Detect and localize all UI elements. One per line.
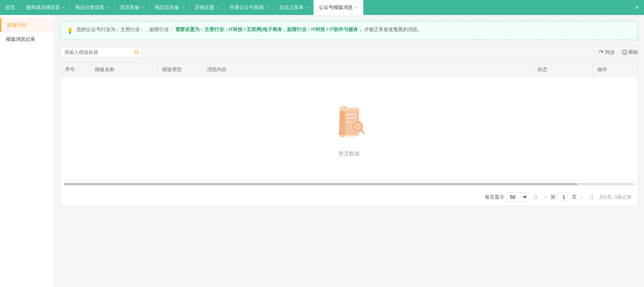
- nav-tab-micro-shop-label: 微商城店铺设置: [26, 4, 60, 11]
- sync-icon: [598, 50, 604, 55]
- page-input[interactable]: [556, 193, 571, 201]
- pagination-nav: ⟨⟨ ＜ 第 页 ＞ ⟩⟩: [531, 193, 596, 202]
- nav-tab-product-category[interactable]: 商品分类设置 ×: [70, 0, 114, 15]
- notice-suffix: 才能正常发送预置的消息。: [364, 27, 422, 32]
- empty-illustration: [327, 100, 372, 144]
- pagination: 每页显示 50 10 20 100 ⟨⟨ ＜ 第 页 ＞ ⟩⟩: [61, 188, 638, 205]
- empty-text: 暂无数据: [339, 150, 360, 157]
- scrollbar-track[interactable]: [64, 183, 635, 185]
- last-page-button[interactable]: ⟩⟩: [587, 193, 596, 202]
- sidebar-item-template-msg-label: 模版消息: [7, 22, 27, 28]
- close-template-msg[interactable]: ×: [355, 5, 357, 10]
- notice-prefix: 您的公众号行业为：主营行业：，副营行业：: [77, 27, 174, 32]
- nav-tab-home-decor-label: 首页装修: [120, 4, 139, 11]
- close-micro-shop[interactable]: ×: [62, 5, 64, 10]
- th-action: 操作: [593, 62, 638, 77]
- table-header: 序号 模版名称 模版类型 消息内容 状态 操作: [61, 62, 638, 77]
- top-nav: 首页 微商城店铺设置 × 商品分类设置 × 首页装修 × 商品页装修 × 店铺主…: [0, 0, 644, 15]
- close-home-decor[interactable]: ×: [142, 5, 144, 10]
- close-product-decor[interactable]: ×: [181, 5, 184, 10]
- svg-text:?: ?: [624, 51, 626, 54]
- th-content: 消息内容: [203, 62, 533, 77]
- nav-tab-custom-menu[interactable]: 自定义菜单 ×: [274, 0, 314, 15]
- nav-tab-store-theme[interactable]: 店铺主题 ×: [189, 0, 224, 15]
- help-icon: ?: [622, 50, 627, 55]
- main-content: 💡 您的公众号行业为：主营行业：，副营行业： 需要设置为：主营行业：IT科技 /…: [54, 15, 644, 287]
- main-layout: 模版消息 模版消息记录 💡 您的公众号行业为：主营行业：，副营行业： 需要设置为…: [0, 15, 644, 287]
- prev-page-button[interactable]: ＜: [541, 193, 550, 202]
- nav-tab-home[interactable]: 首页: [0, 0, 21, 15]
- page-size-label: 每页显示: [485, 194, 504, 201]
- scrollbar-thumb[interactable]: [64, 183, 577, 185]
- page-size-select[interactable]: 50 10 20 100: [506, 192, 528, 202]
- help-label: 帮助: [628, 49, 638, 56]
- nav-tab-store-theme-label: 店铺主题: [195, 4, 214, 11]
- sidebar-item-template-msg[interactable]: 模版消息: [0, 18, 54, 32]
- th-type: 模版类型: [158, 62, 203, 77]
- nav-tab-micro-shop[interactable]: 微商城店铺设置 ×: [21, 0, 70, 15]
- nav-tab-open-mall[interactable]: 开通公众号商城 ×: [224, 0, 274, 15]
- close-custom-menu[interactable]: ×: [306, 5, 308, 10]
- sidebar-item-template-msg-record[interactable]: 模版消息记录: [0, 32, 54, 46]
- close-open-mall[interactable]: ×: [266, 5, 268, 10]
- notice-icon: 💡: [67, 26, 74, 35]
- notice-text: 您的公众号行业为：主营行业：，副营行业： 需要设置为：主营行业：IT科技 / 互…: [77, 26, 422, 34]
- sync-label: 同步: [605, 49, 615, 56]
- notice-box: 💡 您的公众号行业为：主营行业：，副营行业： 需要设置为：主营行业：IT科技 /…: [60, 21, 638, 40]
- nav-tab-product-decor[interactable]: 商品页装修 ×: [150, 0, 189, 15]
- total-text: 共0页, 0条记录: [599, 194, 632, 201]
- page-label: 第: [551, 194, 555, 201]
- empty-state: 暂无数据: [61, 77, 638, 180]
- close-product-category[interactable]: ×: [107, 5, 109, 10]
- svg-line-1: [138, 53, 139, 54]
- notice-highlight: 需要设置为：主营行业：IT科技 / 互联网|电子商务，副营行业：IT科技 / I…: [175, 27, 363, 32]
- sync-button[interactable]: 同步: [598, 49, 615, 56]
- nav-tab-home-decor[interactable]: 首页装修 ×: [115, 0, 150, 15]
- next-page-button[interactable]: ＞: [577, 193, 586, 202]
- svg-line-10: [361, 130, 364, 133]
- th-index: 序号: [61, 62, 90, 77]
- nav-tab-template-msg-label: 公众号模版消息: [319, 4, 353, 11]
- data-table: 序号 模版名称 模版类型 消息内容 状态 操作: [60, 62, 638, 206]
- sidebar-item-template-msg-record-label: 模版消息记录: [6, 36, 35, 42]
- th-status: 状态: [533, 62, 593, 77]
- sidebar: 模版消息 模版消息记录: [0, 15, 54, 287]
- search-input-wrap: [60, 47, 142, 58]
- nav-tab-open-mall-label: 开通公众号商城: [229, 4, 264, 11]
- nav-tab-home-label: 首页: [5, 4, 15, 11]
- search-bar: 同步 | ? 帮助: [60, 47, 638, 58]
- nav-tab-custom-menu-label: 自定义菜单: [279, 4, 303, 11]
- page-size-wrap: 每页显示 50 10 20 100: [485, 192, 528, 202]
- nav-tab-product-category-label: 商品分类设置: [75, 4, 104, 11]
- toolbar-divider: |: [618, 49, 619, 55]
- search-input[interactable]: [60, 47, 142, 58]
- first-page-button[interactable]: ⟨⟨: [531, 193, 540, 202]
- nav-tab-template-msg[interactable]: 公众号模版消息 ×: [314, 0, 363, 15]
- page-label-end: 页: [572, 194, 577, 201]
- th-name: 模版名称: [90, 62, 158, 77]
- nav-tab-product-decor-label: 商品页装修: [155, 4, 179, 11]
- search-button[interactable]: [134, 49, 139, 55]
- close-all-tabs[interactable]: ×: [630, 4, 644, 11]
- help-button[interactable]: ? 帮助: [622, 49, 638, 56]
- scrollbar-area: [61, 180, 638, 188]
- close-store-theme[interactable]: ×: [216, 5, 219, 10]
- toolbar-right: 同步 | ? 帮助: [598, 49, 638, 56]
